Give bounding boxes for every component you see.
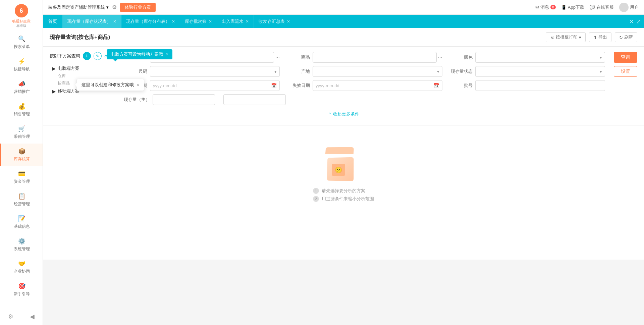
sidebar-collapse-icon[interactable]: ◀ (29, 312, 36, 322)
edit-scheme-btn[interactable]: ✎ (94, 52, 102, 60)
stock-qty-from[interactable] (153, 94, 215, 105)
add-scheme-btn[interactable]: + (83, 52, 91, 60)
quick-nav-label: 快捷导航 (14, 66, 30, 72)
color-select[interactable]: ▾ (475, 52, 605, 63)
enterprise-label: 企业协同 (14, 269, 30, 274)
print-template-btn[interactable]: 🖨 按模板打印 ▾ (546, 32, 586, 42)
tab-close-tab2[interactable]: ✕ (172, 19, 175, 24)
tab-home[interactable]: 首页 (43, 15, 63, 28)
filter-expiry-date-field: 失效日期 yyyy-mm-dd 📅 (286, 80, 442, 91)
sidebar-item-system[interactable]: ⚙️系统管理 (0, 233, 43, 256)
sidebar-item-operations[interactable]: 📋经营管理 (0, 188, 43, 211)
phone-icon: 📱 (561, 5, 567, 10)
sidebar-item-finance[interactable]: 💳资金管理 (0, 166, 43, 188)
origin-select[interactable]: ▾ (313, 66, 442, 77)
hint-text-1: 请先选择要分析的方案 (322, 188, 365, 194)
goods-more-btn[interactable]: ··· (438, 54, 442, 60)
collapse-btn[interactable]: ⌃ 收起更多条件 (50, 108, 637, 120)
page-title: 现存量查询(按仓库+商品) (50, 34, 110, 41)
batch-input[interactable] (475, 80, 605, 91)
filter-area: 按以下方案查询 + ✎ « 电脑方案可设为移动方案哦 × ▶ 电脑端方案 (43, 47, 644, 125)
sidebar-item-marketing[interactable]: 📣营销推广 (0, 76, 43, 99)
filter-color-field: 颜色 ▾ (449, 52, 605, 63)
reset-btn[interactable]: 设置 (614, 66, 637, 77)
export-btn[interactable]: ⬆ 导出 (589, 32, 611, 42)
trial-industry-btn[interactable]: 体验行业方案 (120, 3, 156, 12)
prod-date-placeholder: yyyy-mm-dd (153, 83, 177, 88)
finance-icon: 💳 (18, 170, 25, 177)
system-selector[interactable]: 装备及固定资产辅助管理系统 ▾ (48, 4, 109, 10)
basic-info-icon: 📝 (18, 215, 25, 222)
tab-close-tab3[interactable]: ✕ (209, 19, 212, 24)
tab-tab1[interactable]: 现存量（库存状况表）✕ (63, 15, 121, 28)
maximize-btn[interactable]: ⤢ (636, 18, 641, 25)
expiry-date-label: 失效日期 (286, 83, 310, 89)
stock-qty-separator: — (217, 97, 221, 102)
hint-num-1: 1 (313, 188, 319, 194)
stock-status-select[interactable]: ▾ (475, 66, 605, 77)
sidebar-item-sales[interactable]: 💰销售管理 (0, 99, 43, 121)
filter-label: 按以下方案查询 (50, 53, 80, 59)
hint-num-2: 2 (313, 196, 319, 202)
close-all-tabs-btn[interactable]: ✕ (629, 18, 634, 25)
filter-origin-field: 产地 ▾ (286, 66, 442, 77)
tabbar: 首页 现存量（库存状况表）✕现存量（库存分布表）✕库存批次账✕出入库流水✕收发存… (43, 15, 644, 28)
stock-qty-to[interactable] (223, 94, 286, 105)
tab-tab2[interactable]: 现存量（库存分布表）✕ (121, 15, 180, 28)
app-download-btn[interactable]: 📱 App下载 (561, 4, 584, 10)
filter-fields-row4: 现存量（主） — (124, 94, 605, 105)
scheme-pc-label: 电脑端方案 (58, 65, 79, 71)
collapse-arrow-icon: ⌃ (328, 112, 332, 117)
messages-btn[interactable]: ✉ 消息 8 (535, 4, 556, 10)
purchase-icon: 🛒 (18, 125, 25, 132)
prod-date-input[interactable]: yyyy-mm-dd 📅 (150, 80, 280, 91)
online-service-btn[interactable]: 💬 在线客服 (590, 4, 614, 10)
guide-icon: 🎯 (18, 282, 25, 290)
refresh-btn[interactable]: ↻ 刷新 (615, 32, 637, 42)
sidebar-bottom: ⚙ ◀ (0, 308, 43, 325)
empty-hint-1: 1 请先选择要分析的方案 (313, 188, 374, 194)
size-select[interactable]: ▾ (150, 66, 280, 77)
content-body: 😕 1 请先选择要分析的方案 2 用过滤条件来缩小分析范围 (43, 125, 644, 260)
goods-select[interactable] (313, 52, 437, 63)
sidebar-item-search[interactable]: 🔍搜索菜单 (0, 31, 43, 54)
tab-label-tab5: 收发存汇总表 (259, 18, 285, 24)
print-dropdown-icon: ▾ (579, 35, 581, 40)
sidebar-item-quick-nav[interactable]: ⚡快捷导航 (0, 54, 43, 76)
filter-fields-row1: 仓库 ··· 商品 ··· (124, 52, 605, 63)
tab-tab3[interactable]: 库存批次账✕ (180, 15, 217, 28)
empty-texts: 1 请先选择要分析的方案 2 用过滤条件来缩小分析范围 (313, 188, 374, 204)
sidebar-item-purchase[interactable]: 🛒采购管理 (0, 121, 43, 144)
user-menu[interactable]: 用户 (619, 3, 639, 12)
expiry-date-calendar-icon[interactable]: 📅 (434, 83, 439, 88)
tab-tab4[interactable]: 出入库流水✕ (217, 15, 254, 28)
basic-info-label: 基础信息 (14, 224, 30, 229)
sidebar-item-guide[interactable]: 🎯新手引导 (0, 278, 43, 301)
tooltip-create-scheme: 这里可以创建和修改方案哦 × (76, 79, 144, 91)
sidebar-item-enterprise[interactable]: 🤝企业协同 (0, 256, 43, 278)
tooltip1-close-btn[interactable]: × (166, 52, 168, 57)
tooltip2-close-btn[interactable]: × (137, 82, 139, 88)
filter-top-row: 按以下方案查询 + ✎ « (50, 52, 110, 60)
search-btn[interactable]: 查询 (614, 52, 637, 63)
sidebar-item-basic-info[interactable]: 📝基础信息 (0, 211, 43, 233)
enterprise-icon: 🤝 (18, 260, 25, 267)
scheme-pc-arrow: ▶ (52, 66, 56, 71)
warehouse-more-btn[interactable]: ··· (275, 54, 280, 60)
box-lid (325, 147, 354, 154)
tooltip1-text: 电脑方案可设为移动方案哦 (111, 51, 163, 57)
tab-close-tab5[interactable]: ✕ (287, 19, 290, 24)
prod-date-calendar-icon[interactable]: 📅 (271, 83, 277, 88)
main-content: 现存量查询(按仓库+商品) 🖨 按模板打印 ▾ ⬆ 导出 ↻ 刷新 (43, 28, 644, 325)
tab-tab5[interactable]: 收发存汇总表✕ (254, 15, 295, 28)
expiry-date-input[interactable]: yyyy-mm-dd 📅 (313, 80, 442, 91)
sidebar-item-inventory[interactable]: 📦库存核算 (0, 144, 43, 166)
scheme-item-pc[interactable]: ▶ 电脑端方案 (50, 64, 110, 73)
tab-close-tab4[interactable]: ✕ (246, 19, 249, 24)
online-service-label: 在线客服 (596, 4, 614, 10)
header-settings-icon[interactable]: ⚙ (112, 4, 117, 10)
tab-label-tab1: 现存量（库存状况表） (67, 18, 111, 24)
tab-close-tab1[interactable]: ✕ (113, 19, 116, 24)
hint-text-2: 用过滤条件来缩小分析范围 (322, 196, 374, 202)
sidebar-settings-icon[interactable]: ⚙ (7, 312, 15, 322)
